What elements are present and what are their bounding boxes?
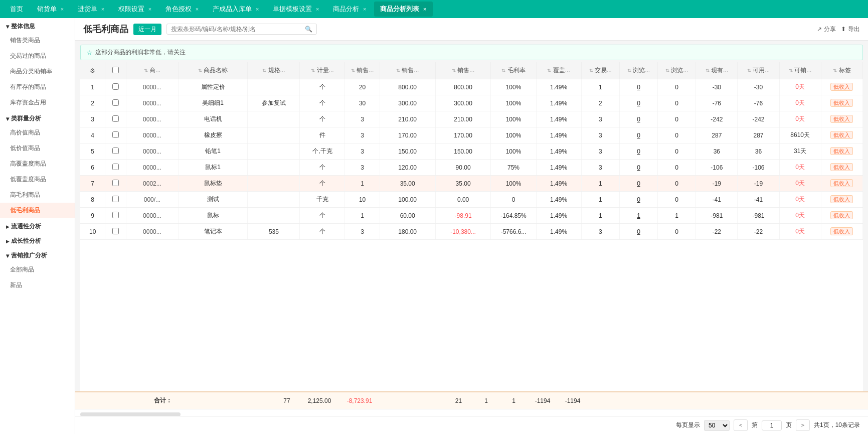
- sidebar-item-new-goods[interactable]: 新品: [0, 277, 75, 293]
- browse1-link[interactable]: 0: [637, 116, 640, 123]
- row-checkbox[interactable]: [112, 212, 119, 218]
- col-header-unit[interactable]: ⇅ 计量...: [300, 62, 345, 79]
- date-filter-button[interactable]: 近一月: [133, 24, 161, 35]
- browse1-link[interactable]: 0: [637, 84, 640, 91]
- row-browse1[interactable]: 0: [619, 143, 657, 160]
- browse1-link[interactable]: 0: [637, 164, 640, 171]
- search-icon[interactable]: 🔍: [305, 26, 312, 33]
- browse1-link[interactable]: 0: [637, 148, 640, 155]
- close-icon[interactable]: ×: [101, 6, 104, 12]
- row-browse1[interactable]: 0: [619, 111, 657, 127]
- nav-sales-order[interactable]: 销货单 ×: [31, 2, 70, 17]
- row-checkbox-cell[interactable]: [105, 208, 126, 224]
- close-icon[interactable]: ×: [316, 6, 319, 12]
- close-icon[interactable]: ×: [61, 6, 64, 12]
- row-browse1[interactable]: 0: [619, 95, 657, 111]
- share-button[interactable]: ↗ 分享: [817, 25, 836, 34]
- nav-role-auth[interactable]: 角色授权 ×: [159, 2, 205, 17]
- sidebar-item-category-rate[interactable]: 商品分类助销率: [0, 64, 75, 79]
- col-header-coverage[interactable]: ⇅ 覆盖...: [536, 62, 581, 79]
- col-header-available[interactable]: ⇅ 可用...: [738, 62, 779, 79]
- col-header-tag[interactable]: ⇅ 标签: [821, 62, 862, 79]
- nav-permission[interactable]: 权限设置 ×: [112, 2, 157, 17]
- close-icon[interactable]: ×: [196, 6, 199, 12]
- sidebar-item-high-value[interactable]: 高价值商品: [0, 125, 75, 140]
- settings-icon[interactable]: ⚙: [90, 67, 95, 74]
- row-browse1[interactable]: 0: [619, 176, 657, 192]
- row-browse1[interactable]: 0: [619, 192, 657, 208]
- page-input[interactable]: [762, 420, 782, 430]
- row-checkbox-cell[interactable]: [105, 176, 126, 192]
- next-page-button[interactable]: ＞: [796, 419, 810, 431]
- close-icon[interactable]: ×: [256, 6, 259, 12]
- row-checkbox-cell[interactable]: [105, 160, 126, 176]
- sidebar-item-all-goods[interactable]: 全部商品: [0, 262, 75, 277]
- row-checkbox[interactable]: [112, 83, 119, 90]
- row-checkbox[interactable]: [112, 99, 119, 106]
- search-input[interactable]: [171, 26, 305, 33]
- col-header-browse1[interactable]: ⇅ 浏览...: [619, 62, 657, 79]
- per-page-select[interactable]: 50 20 100: [704, 420, 730, 431]
- sidebar-item-capital[interactable]: 库存资金占用: [0, 95, 75, 110]
- sidebar-item-sales-goods[interactable]: 销售类商品: [0, 33, 75, 48]
- col-header-current[interactable]: ⇅ 现有...: [696, 62, 738, 79]
- col-header-browse2[interactable]: ⇅ 浏览...: [658, 62, 696, 79]
- nav-template-settings[interactable]: 单据模板设置 ×: [267, 2, 325, 17]
- browse1-link[interactable]: 0: [637, 196, 640, 203]
- row-browse1[interactable]: 0: [619, 79, 657, 95]
- export-button[interactable]: ⬆ 导出: [841, 25, 860, 34]
- row-browse1[interactable]: 0: [619, 160, 657, 176]
- nav-finished-goods[interactable]: 产成品入库单 ×: [207, 2, 265, 17]
- row-checkbox-cell[interactable]: [105, 111, 126, 127]
- row-checkbox-cell[interactable]: [105, 79, 126, 95]
- sidebar-item-in-stock[interactable]: 有库存的商品: [0, 79, 75, 95]
- sidebar-item-low-value[interactable]: 低价值商品: [0, 140, 75, 156]
- row-checkbox-cell[interactable]: [105, 95, 126, 111]
- data-table-container[interactable]: ⚙ ⇅ 商... ⇅ 商品名称: [80, 62, 863, 391]
- sidebar-item-traded-goods[interactable]: 交易过的商品: [0, 48, 75, 64]
- sidebar-item-low-coverage[interactable]: 低覆盖度商品: [0, 172, 75, 187]
- sidebar-group-cluster[interactable]: ▾ 类群量分析: [0, 110, 75, 125]
- prev-page-button[interactable]: ＜: [734, 419, 748, 431]
- row-checkbox-cell[interactable]: [105, 143, 126, 160]
- col-header-check[interactable]: [105, 62, 126, 79]
- browse1-link[interactable]: 0: [637, 180, 640, 187]
- browse1-link[interactable]: 0: [637, 100, 640, 107]
- row-checkbox[interactable]: [112, 228, 119, 234]
- row-checkbox[interactable]: [112, 131, 119, 138]
- browse1-link[interactable]: 0: [637, 132, 640, 139]
- col-header-name[interactable]: ⇅ 商品名称: [178, 62, 248, 79]
- browse1-link[interactable]: 0: [637, 228, 640, 235]
- row-browse1[interactable]: 1: [619, 208, 657, 224]
- sidebar-group-circulation[interactable]: ▸ 流通性分析: [0, 218, 75, 233]
- sidebar-group-marketing[interactable]: ▾ 营销推广分析: [0, 247, 75, 262]
- col-header-sales-amt[interactable]: ⇅ 销售...: [380, 62, 435, 79]
- browse1-link[interactable]: 1: [637, 212, 640, 219]
- nav-product-analysis[interactable]: 商品分析 ×: [327, 2, 372, 17]
- nav-product-analysis-list[interactable]: 商品分析列表 ×: [374, 2, 432, 17]
- col-header-sellable[interactable]: ⇅ 可销...: [779, 62, 821, 79]
- col-header-sales-qty[interactable]: ⇅ 销售...: [345, 62, 380, 79]
- select-all-checkbox[interactable]: [112, 67, 119, 73]
- col-header-gross-margin[interactable]: ⇅ 毛利率: [491, 62, 536, 79]
- row-checkbox[interactable]: [112, 115, 119, 122]
- row-browse1[interactable]: 0: [619, 127, 657, 143]
- col-header-spec[interactable]: ⇅ 规格...: [248, 62, 300, 79]
- sidebar-group-overall[interactable]: ▾ 整体信息: [0, 18, 75, 33]
- sidebar-item-low-margin[interactable]: 低毛利商品: [0, 203, 75, 218]
- sidebar-item-high-coverage[interactable]: 高覆盖度商品: [0, 156, 75, 172]
- row-browse1[interactable]: 0: [619, 224, 657, 240]
- sidebar-item-high-margin[interactable]: 高毛利商品: [0, 187, 75, 203]
- row-checkbox-cell[interactable]: [105, 127, 126, 143]
- col-header-code[interactable]: ⇅ 商...: [126, 62, 178, 79]
- close-icon[interactable]: ×: [363, 6, 366, 12]
- row-checkbox[interactable]: [112, 148, 119, 154]
- row-checkbox[interactable]: [112, 164, 119, 170]
- close-icon[interactable]: ×: [148, 6, 151, 12]
- close-icon[interactable]: ×: [423, 6, 426, 12]
- row-checkbox-cell[interactable]: [105, 192, 126, 208]
- sidebar-group-growth[interactable]: ▸ 成长性分析: [0, 233, 75, 247]
- col-header-settings[interactable]: ⚙: [80, 62, 105, 79]
- nav-purchase-order[interactable]: 进货单 ×: [72, 2, 110, 17]
- col-header-transaction[interactable]: ⇅ 交易...: [581, 62, 619, 79]
